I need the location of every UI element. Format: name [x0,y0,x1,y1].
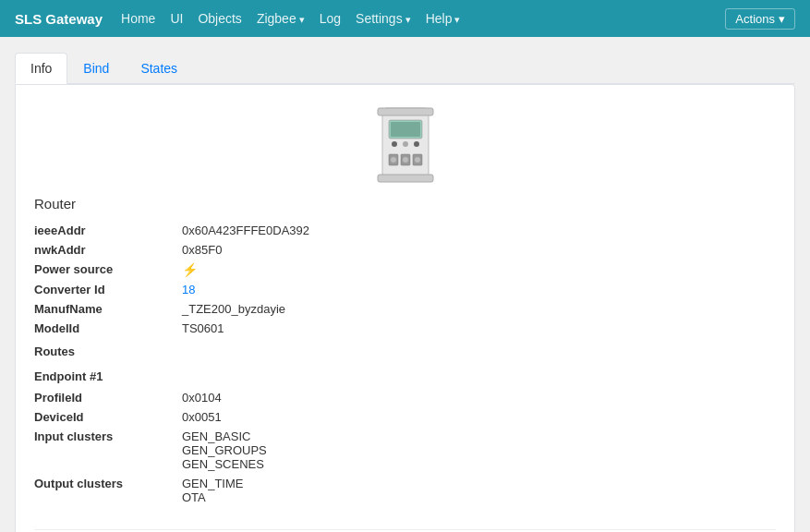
output-cluster-1: OTA [182,490,243,504]
device-image-area [34,103,776,177]
nav-home[interactable]: Home [121,11,155,26]
zigbee-dropdown-icon [299,11,305,26]
tab-bind[interactable]: Bind [67,53,125,84]
routes-row: Routes [34,338,776,363]
model-id-row: ModelId TS0601 [34,319,776,338]
device-type: Router [34,196,776,212]
power-source-row: Power source ⚡ [34,260,776,280]
input-cluster-0: GEN_BASIC [182,429,267,443]
tab-info[interactable]: Info [15,53,67,84]
svg-rect-4 [391,122,420,137]
converter-id-row: Converter Id 18 [34,280,776,299]
output-clusters-row: Output clusters GEN_TIME OTA [34,474,776,507]
nav-zigbee[interactable]: Zigbee [257,11,305,26]
tab-states[interactable]: States [125,53,193,84]
nwk-addr-value: 0x85F0 [182,243,222,257]
device-info-section: Router ieeeAddr 0x60A423FFFE0DA392 nwkAd… [34,192,776,511]
navbar-right: Actions ▾ [725,8,795,30]
device-image [369,103,442,177]
settings-dropdown-icon [405,11,411,26]
main-content: Info Bind States [0,37,810,532]
svg-point-6 [403,141,408,147]
device-id-value: 0x0051 [182,410,222,424]
help-dropdown-icon [454,11,460,26]
endpoint-label: Endpoint #1 [34,366,182,385]
svg-rect-2 [378,175,433,182]
svg-rect-1 [378,108,433,115]
profile-id-label: ProfileId [34,391,182,405]
output-clusters-label: Output clusters [34,477,182,490]
svg-point-12 [402,157,408,163]
input-clusters-values: GEN_BASIC GEN_GROUPS GEN_SCENES [182,429,267,471]
brand[interactable]: SLS Gateway [15,11,103,27]
converter-id-value[interactable]: 18 [182,283,195,296]
routes-label: Routes [34,341,182,360]
svg-point-5 [392,141,397,147]
power-source-label: Power source [34,262,182,276]
nav-help[interactable]: Help [426,11,461,26]
actions-chevron-icon: ▾ [779,12,785,26]
nwk-addr-row: nwkAddr 0x85F0 [34,240,776,260]
input-clusters-label: Input clusters [34,429,182,443]
ieee-addr-row: ieeeAddr 0x60A423FFFE0DA392 [34,221,776,240]
actions-button[interactable]: Actions ▾ [725,8,795,30]
output-cluster-0: GEN_TIME [182,477,243,490]
svg-point-7 [414,141,419,147]
manuf-name-value: _TZE200_byzdayie [182,302,285,316]
ieee-addr-label: ieeeAddr [34,224,182,237]
svg-point-13 [414,157,420,163]
device-id-row: DeviceId 0x0051 [34,407,776,427]
model-id-label: ModelId [34,321,182,335]
navbar: SLS Gateway Home UI Objects Zigbee Log S… [0,0,810,37]
device-id-label: DeviceId [34,410,182,424]
nwk-addr-label: nwkAddr [34,243,182,257]
model-id-value: TS0601 [182,321,224,335]
power-source-icon: ⚡ [182,262,198,277]
nav-links: Home UI Objects Zigbee Log Settings Help [121,11,707,26]
endpoint-row: Endpoint #1 [34,363,776,388]
device-info-card: Router ieeeAddr 0x60A423FFFE0DA392 nwkAd… [15,84,795,532]
ieee-addr-value: 0x60A423FFFE0DA392 [182,224,309,237]
nav-log[interactable]: Log [320,11,341,26]
profile-id-row: ProfileId 0x0104 [34,388,776,407]
nav-objects[interactable]: Objects [198,11,241,26]
manuf-name-row: ManufName _TZE200_byzdayie [34,299,776,319]
input-clusters-row: Input clusters GEN_BASIC GEN_GROUPS GEN_… [34,427,776,474]
converter-id-label: Converter Id [34,283,182,296]
profile-id-value: 0x0104 [182,391,222,405]
output-clusters-values: GEN_TIME OTA [182,477,243,504]
svg-point-11 [390,157,396,163]
manuf-name-label: ManufName [34,302,182,316]
input-cluster-2: GEN_SCENES [182,457,267,471]
input-cluster-1: GEN_GROUPS [182,443,267,457]
nav-settings[interactable]: Settings [356,11,411,26]
nav-ui[interactable]: UI [170,11,183,26]
tabs: Info Bind States [15,52,795,84]
